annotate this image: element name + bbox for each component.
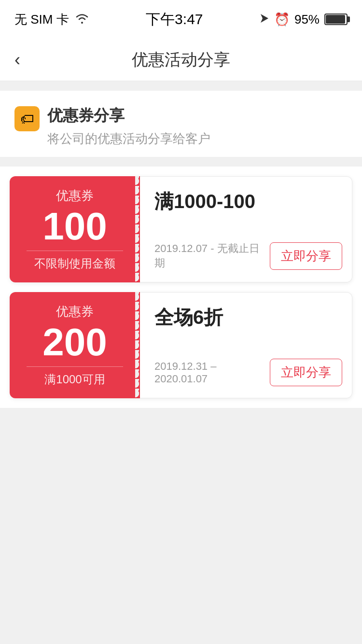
section-subtitle: 将公司的优惠活动分享给客户: [47, 130, 210, 147]
coupon-date-1: 2019.12.07 - 无截止日期: [154, 241, 270, 270]
alarm-icon: ⏰: [274, 12, 290, 27]
bottom-area: [0, 408, 362, 644]
coupon-card: 优惠券 100 不限制使用金额 满1000-100 2019.12.07 - 无…: [10, 176, 352, 282]
time-display: 下午3:47: [146, 10, 203, 29]
nav-bar: ‹ 优惠活动分享: [0, 39, 362, 81]
coupon-divider-2: [27, 366, 123, 367]
share-button-1[interactable]: 立即分享: [270, 242, 342, 270]
coupon-divider-1: [27, 251, 123, 251]
status-bar: 无 SIM 卡 下午3:47 ⏰ 95%: [0, 0, 362, 39]
coupon-list: 优惠券 100 不限制使用金额 满1000-100 2019.12.07 - 无…: [0, 167, 362, 408]
coupon-footer-1: 2019.12.07 - 无截止日期 立即分享: [154, 241, 342, 270]
coupon-icon: 🏷: [20, 111, 34, 127]
coupon-left-panel: 优惠券 100 不限制使用金额: [10, 176, 140, 282]
coupon-right-panel-2: 全场6折 2019.12.31 – 2020.01.07 立即分享: [140, 292, 352, 398]
status-left: 无 SIM 卡: [14, 11, 89, 28]
section-title: 优惠券分享: [47, 105, 210, 126]
battery-icon: [324, 14, 348, 25]
coupon-card-2: 优惠券 200 满1000可用 全场6折 2019.12.31 – 2020.0…: [10, 292, 352, 398]
section-text: 优惠券分享 将公司的优惠活动分享给客户: [47, 105, 210, 147]
wifi-icon: [75, 12, 89, 27]
coupon-left-panel-2: 优惠券 200 满1000可用: [10, 292, 140, 398]
carrier-text: 无 SIM 卡: [14, 11, 69, 28]
section-header: 🏷 优惠券分享 将公司的优惠活动分享给客户: [0, 91, 362, 157]
back-button[interactable]: ‹: [14, 50, 20, 70]
coupon-amount-2: 200: [42, 323, 107, 362]
coupon-condition-2: 满1000可用: [40, 372, 110, 387]
svg-marker-0: [261, 14, 268, 23]
section-icon: 🏷: [14, 106, 40, 131]
coupon-footer-2: 2019.12.31 – 2020.01.07 立即分享: [154, 359, 342, 386]
coupon-date-2: 2019.12.31 – 2020.01.07: [154, 360, 270, 385]
nav-title: 优惠活动分享: [132, 49, 230, 71]
coupon-name-1: 满1000-100: [154, 188, 342, 215]
share-button-2[interactable]: 立即分享: [270, 359, 342, 386]
coupon-label-2: 优惠券: [56, 303, 94, 320]
battery-percentage: 95%: [294, 12, 320, 27]
location-icon: [260, 12, 269, 27]
status-right: ⏰ 95%: [260, 12, 348, 27]
coupon-label-1: 优惠券: [56, 187, 94, 204]
coupon-condition-1: 不限制使用金额: [29, 256, 120, 271]
coupon-name-2: 全场6折: [154, 304, 342, 331]
coupon-right-panel-1: 满1000-100 2019.12.07 - 无截止日期 立即分享: [140, 176, 352, 282]
coupon-amount-1: 100: [42, 207, 107, 246]
